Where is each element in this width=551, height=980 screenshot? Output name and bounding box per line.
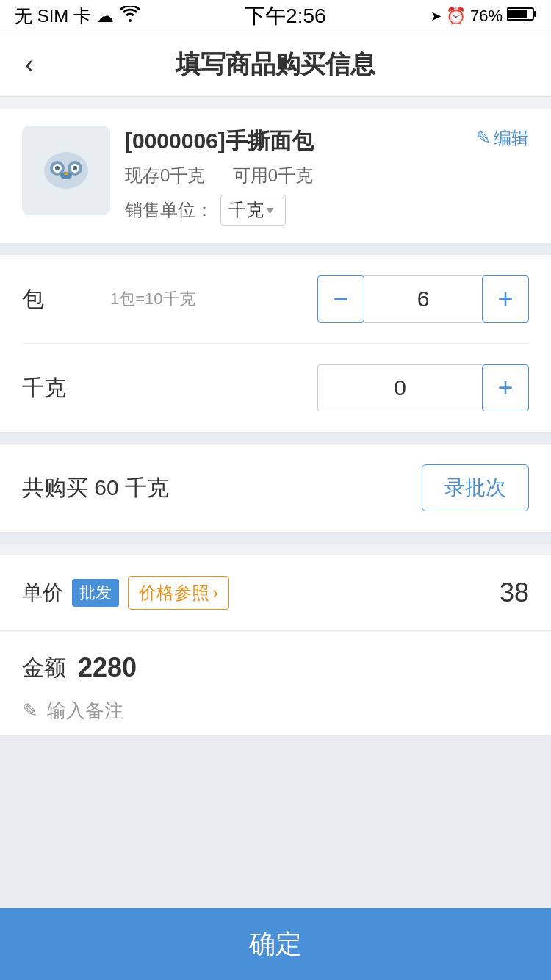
unit-select[interactable]: 千克 ▾ bbox=[220, 195, 286, 226]
price-ref-button[interactable]: 价格参照 › bbox=[128, 576, 229, 610]
product-stock: 现存0千克 可用0千克 bbox=[125, 164, 529, 187]
price-value: 38 bbox=[500, 577, 529, 608]
status-bar: 无 SIM 卡 ☁ 下午2:56 ➤ ⏰ 76% bbox=[0, 0, 551, 32]
remark-placeholder: 输入备注 bbox=[47, 698, 123, 724]
bao-minus-button[interactable]: − bbox=[317, 275, 364, 323]
total-prefix: 共购买 bbox=[22, 475, 88, 500]
product-card: [0000006]手撕面包 ✎ 编辑 现存0千克 可用0千克 销售单位： 千克 … bbox=[0, 109, 551, 243]
unit-value: 千克 bbox=[228, 198, 264, 222]
alarm-icon: ⏰ bbox=[446, 7, 466, 26]
sim-label: 无 SIM 卡 ☁ bbox=[15, 4, 114, 28]
avail-label: 可用0千克 bbox=[233, 165, 313, 185]
status-time: 下午2:56 bbox=[245, 2, 326, 30]
section-divider-1 bbox=[0, 243, 551, 255]
total-unit: 千克 bbox=[125, 475, 169, 500]
dropdown-icon: ▾ bbox=[267, 202, 273, 218]
edit-icon: ✎ bbox=[476, 128, 491, 148]
status-left: 无 SIM 卡 ☁ bbox=[15, 4, 140, 28]
bao-input-row: 包 1包=10千克 − + bbox=[22, 255, 529, 344]
section-divider-2 bbox=[0, 432, 551, 444]
total-amount: 60 bbox=[94, 475, 118, 500]
status-right: ➤ ⏰ 76% bbox=[431, 7, 536, 26]
bao-label: 包 bbox=[22, 284, 96, 314]
kg-input[interactable] bbox=[317, 364, 482, 411]
total-section: 共购买 60 千克 录批次 bbox=[0, 444, 551, 532]
amount-row: 金额 2280 bbox=[22, 652, 529, 683]
price-tag: 批发 bbox=[72, 579, 119, 607]
section-divider-3 bbox=[0, 532, 551, 544]
svg-point-8 bbox=[55, 166, 60, 170]
price-section: 单价 批发 价格参照 › 38 bbox=[0, 555, 551, 630]
price-ref-label: 价格参照 bbox=[139, 581, 209, 605]
bao-plus-button[interactable]: + bbox=[482, 275, 529, 323]
price-left: 单价 批发 价格参照 › bbox=[22, 576, 229, 610]
bao-input[interactable] bbox=[364, 275, 482, 323]
svg-point-9 bbox=[73, 166, 77, 170]
product-info: [0000006]手撕面包 ✎ 编辑 现存0千克 可用0千克 销售单位： 千克 … bbox=[125, 126, 529, 226]
battery-icon bbox=[507, 7, 536, 26]
product-name: [0000006]手撕面包 bbox=[125, 126, 314, 156]
amount-value: 2280 bbox=[78, 652, 137, 683]
batch-button[interactable]: 录批次 bbox=[422, 464, 529, 511]
product-unit-row: 销售单位： 千克 ▾ bbox=[125, 195, 529, 226]
battery-label: 76% bbox=[470, 7, 503, 26]
kg-plus-button[interactable]: + bbox=[482, 364, 529, 411]
wifi-icon bbox=[120, 6, 140, 26]
price-label: 单价 bbox=[22, 579, 63, 607]
product-thumbnail bbox=[22, 126, 110, 215]
input-section: 包 1包=10千克 − + 千克 + bbox=[0, 255, 551, 432]
page-title: 填写商品购买信息 bbox=[176, 48, 375, 82]
amount-label: 金额 bbox=[22, 653, 66, 683]
remark-row[interactable]: ✎ 输入备注 bbox=[22, 698, 529, 724]
bao-hint: 1包=10千克 bbox=[110, 288, 303, 310]
svg-rect-1 bbox=[534, 11, 536, 17]
svg-rect-2 bbox=[508, 10, 527, 18]
bao-controls: − + bbox=[317, 275, 529, 323]
nav-bar: ‹ 填写商品购买信息 bbox=[0, 32, 551, 97]
kg-input-row: 千克 + bbox=[22, 344, 529, 432]
edit-label: 编辑 bbox=[494, 126, 529, 150]
kg-label: 千克 bbox=[22, 373, 96, 403]
confirm-button[interactable]: 确定 bbox=[0, 908, 551, 980]
total-text: 共购买 60 千克 bbox=[22, 473, 169, 503]
kg-controls: + bbox=[317, 364, 529, 411]
back-button[interactable]: ‹ bbox=[18, 42, 41, 87]
remark-icon: ✎ bbox=[22, 699, 38, 722]
unit-label: 销售单位： bbox=[125, 198, 213, 222]
stock-label: 现存0千克 bbox=[125, 165, 205, 185]
location-icon: ➤ bbox=[431, 8, 442, 24]
amount-section: 金额 2280 ✎ 输入备注 bbox=[0, 632, 551, 735]
price-ref-arrow: › bbox=[212, 583, 218, 603]
edit-button[interactable]: ✎ 编辑 bbox=[476, 126, 529, 150]
